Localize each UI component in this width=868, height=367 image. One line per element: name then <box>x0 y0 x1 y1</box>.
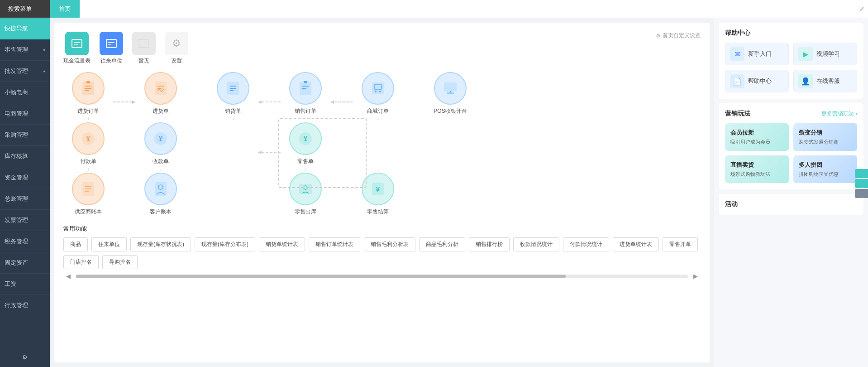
svg-point-25 <box>375 91 377 92</box>
settings-gear-icon[interactable]: ⚙ <box>0 348 50 367</box>
node-supplier-account[interactable]: 供应商账本 <box>63 173 113 216</box>
func-button[interactable]: 商品 <box>63 237 88 251</box>
func-button[interactable]: 销货单统计表 <box>259 237 305 251</box>
node-pos[interactable]: POS收银开台 <box>425 72 475 115</box>
sidebar-item-ledger[interactable]: 总账管理 <box>0 188 50 210</box>
func-button[interactable]: 门店排名 <box>63 255 99 269</box>
marketing-item-group[interactable]: 多人拼团 拼团购物享受优惠 <box>793 155 857 183</box>
svg-text:¥: ¥ <box>304 135 308 143</box>
help-item-beginner[interactable]: ✉ 新手入门 <box>725 43 789 65</box>
marketing-item-fission[interactable]: 裂变分销 裂变式发展分销商 <box>793 123 857 151</box>
sidebar-item-admin[interactable]: 行政管理 <box>0 295 50 316</box>
tab-home[interactable]: 首页 <box>50 0 80 18</box>
scroll-track[interactable] <box>76 275 688 278</box>
marketing-item-member[interactable]: 会员拉新 吸引用户成为会员 <box>725 123 789 151</box>
settings-icon: ⚙ <box>165 32 188 55</box>
marketing-section: 营销玩法 更多营销玩法 › 会员拉新 吸引用户成为会员 裂变分销 裂变式发展分销… <box>719 103 863 189</box>
gear-small-icon: ⚙ <box>656 33 661 39</box>
svg-rect-27 <box>444 83 456 91</box>
shortcut-none[interactable]: 暂无 <box>132 32 156 65</box>
sidebar-item-finance[interactable]: 资金管理 <box>0 167 50 188</box>
help-grid: ✉ 新手入门 ▶ 视频学习 📄 帮助中心 👤 <box>725 43 857 92</box>
svg-rect-22 <box>304 81 307 83</box>
svg-text:¥: ¥ <box>376 185 380 193</box>
func-button[interactable]: 付款情况统计 <box>563 237 609 251</box>
func-button[interactable]: 进货单统计表 <box>613 237 659 251</box>
shortcut-cashflow[interactable]: 现金流量表 <box>63 32 91 65</box>
sidebar-item-ecom[interactable]: 电商管理 <box>0 103 50 125</box>
common-functions: 常用功能 商品往来单位现存量(库存状况表)现存量(库存分布表)销货单统计表销售订… <box>63 225 701 269</box>
func-button[interactable]: 销售订单统计表 <box>309 237 360 251</box>
sidebar-item-xiaochang[interactable]: 小畅电商 <box>0 82 50 103</box>
common-funcs-title: 常用功能 <box>63 225 701 233</box>
help-item-video[interactable]: ▶ 视频学习 <box>793 43 857 65</box>
func-button[interactable]: 现存量(库存状况表) <box>130 237 191 251</box>
node-retail-outbound[interactable]: 零售出库 <box>281 173 330 216</box>
sidebar-item-tax[interactable]: 税务管理 <box>0 231 50 252</box>
shortcut-settings[interactable]: ⚙ 设置 <box>165 32 188 65</box>
marketing-grid: 会员拉新 吸引用户成为会员 裂变分销 裂变式发展分销商 直播卖货 场景式购物新玩… <box>725 123 857 183</box>
node-purchase-bill[interactable]: 进货单 <box>136 72 186 115</box>
shortcut-contacts[interactable]: 往来单位 <box>100 32 123 65</box>
node-purchase-order[interactable]: 进货订单 <box>63 72 113 115</box>
activity-section: 活动 <box>719 194 863 215</box>
scroll-left-arrow[interactable]: ◀ <box>63 272 73 280</box>
svg-point-26 <box>379 91 381 92</box>
help-center-title: 帮助中心 <box>725 29 857 37</box>
help-center: 帮助中心 ✉ 新手入门 ▶ 视频学习 📄 帮助中心 <box>719 23 863 99</box>
func-button[interactable]: 现存量(库存分布表) <box>195 237 255 251</box>
func-button[interactable]: 商品毛利分析 <box>419 237 465 251</box>
svg-rect-11 <box>86 81 90 83</box>
node-sales-order[interactable]: 销售订单 <box>281 72 330 115</box>
func-button[interactable]: 往来单位 <box>91 237 127 251</box>
search-menu[interactable]: 搜索菜单 <box>0 0 50 18</box>
cashflow-icon <box>65 32 89 55</box>
float-btn-community[interactable]: 服务社区 <box>855 179 868 188</box>
video-icon: ▶ <box>798 47 813 61</box>
sidebar-item-invoice[interactable]: 发票管理 <box>0 210 50 231</box>
help-item-service[interactable]: 👤 在线客服 <box>793 70 857 92</box>
func-button[interactable]: 零售开单 <box>663 237 698 251</box>
sidebar-item-inventory[interactable]: 库存核算 <box>0 146 50 167</box>
beginner-icon: ✉ <box>730 47 744 61</box>
svg-text:¥: ¥ <box>159 135 163 143</box>
svg-rect-40 <box>155 183 166 195</box>
flow-panel: 现金流量表 往来单位 <box>54 23 710 362</box>
node-sales-bill[interactable]: 销货单 <box>208 72 258 115</box>
activity-title: 活动 <box>725 200 857 208</box>
float-btn-desktop[interactable]: 桌面快捷 <box>855 189 868 198</box>
scrollbar: ◀ ▶ <box>63 269 701 283</box>
node-retail-settlement[interactable]: ¥ 零售结算 <box>353 173 403 216</box>
customize-link[interactable]: ⚙ 首页自定义设置 <box>656 32 701 39</box>
sidebar-item-wholesale[interactable]: 批发管理 ▾ <box>0 61 50 82</box>
none-icon <box>132 32 156 55</box>
help-item-help[interactable]: 📄 帮助中心 <box>725 70 789 92</box>
node-retail[interactable]: ¥ 零售单 <box>281 122 330 165</box>
marketing-item-live[interactable]: 直播卖货 场景式购物新玩法 <box>725 155 789 183</box>
func-button[interactable]: 销售排行榜 <box>469 237 510 251</box>
sidebar-item-retail[interactable]: 零售管理 ▾ <box>0 39 50 61</box>
node-payment[interactable]: ¥ 付款单 <box>63 122 113 165</box>
float-buttons: 客服热线 服务社区 桌面快捷 <box>855 169 868 198</box>
svg-rect-3 <box>106 39 116 48</box>
shortcut-cashflow-label: 现金流量表 <box>63 57 91 65</box>
more-marketing-link[interactable]: 更多营销玩法 › <box>821 110 857 118</box>
expand-icon[interactable]: ⤢ <box>859 5 868 12</box>
flow-diagram: 进货订单 ▶ 进货单 <box>63 72 701 216</box>
sidebar-item-assets[interactable]: 固定资产 <box>0 252 50 274</box>
service-icon: 👤 <box>798 74 813 88</box>
scroll-right-arrow[interactable]: ▶ <box>691 272 701 280</box>
func-button[interactable]: 导购排名 <box>102 255 138 269</box>
sidebar-item-salary[interactable]: 工资 <box>0 274 50 295</box>
node-mall-order[interactable]: 商城订单 <box>353 72 403 115</box>
node-customer-account[interactable]: 客户账本 <box>136 173 186 216</box>
func-button[interactable]: 销售毛利分析表 <box>364 237 415 251</box>
svg-rect-28 <box>447 92 454 94</box>
node-receipt[interactable]: ¥ 收款单 <box>136 122 186 165</box>
sidebar-item-quick-nav[interactable]: 快捷导航 <box>0 18 50 39</box>
scroll-thumb <box>76 275 566 278</box>
func-button[interactable]: 收款情况统计 <box>513 237 559 251</box>
float-btn-service[interactable]: 客服热线 <box>855 169 868 178</box>
svg-text:¥: ¥ <box>86 135 91 143</box>
sidebar-item-purchase[interactable]: 采购管理 <box>0 125 50 146</box>
